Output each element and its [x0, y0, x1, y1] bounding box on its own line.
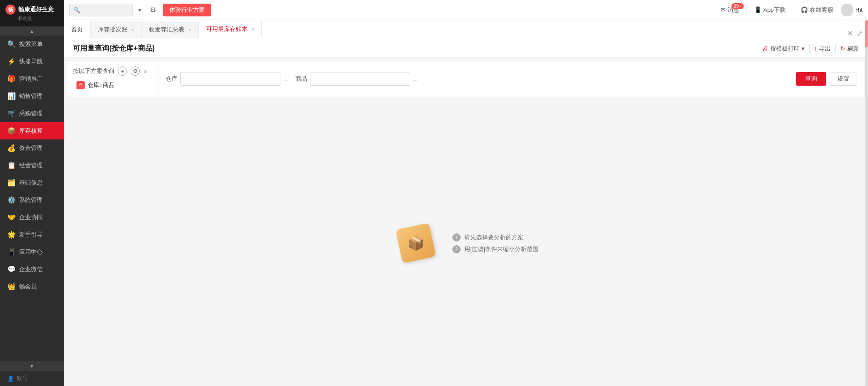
- tab-collect-summary[interactable]: 收发存汇总表 ×: [142, 21, 198, 38]
- topbar-user-btn[interactable]: Rit: [841, 4, 863, 16]
- tab-available-ledger-label: 可用量库存账本: [206, 25, 248, 33]
- empty-hint-2: 2 用[过滤]条件来缩小分析范围: [452, 245, 538, 253]
- brand-version: 标准版: [18, 15, 58, 22]
- newbie-icon: 🌟: [7, 231, 15, 239]
- hint-num-1: 1: [452, 233, 461, 242]
- tab-collect-summary-close[interactable]: ×: [188, 27, 191, 32]
- basic-icon: 🗂️: [7, 179, 15, 187]
- sidebar-footer-icon: 👤: [7, 376, 14, 382]
- tab-home-label: 首页: [71, 26, 83, 34]
- sidebar-item-shortcut[interactable]: ⚡ 快捷导航: [0, 53, 64, 70]
- topbar-right: ✉ 消息 99+ 📱 App下载 🎧 在线客服 Rit: [721, 4, 863, 16]
- scheme-label: 仓库+商品: [87, 81, 115, 89]
- app-icon: 📱: [754, 6, 761, 13]
- tab-expand-icon[interactable]: ⤢: [857, 29, 863, 38]
- tab-batch-ledger[interactable]: 库存批次账 ×: [91, 21, 142, 38]
- sidebar-item-shortcut-label: 快捷导航: [19, 57, 43, 66]
- sidebar-item-operations-label: 经营管理: [19, 161, 43, 170]
- sidebar-item-finance[interactable]: 💰 资金管理: [0, 139, 64, 157]
- topbar-dropdown[interactable]: ▾: [137, 6, 143, 14]
- filter-product-label: 商品: [295, 75, 307, 83]
- query-add-btn[interactable]: +: [118, 67, 127, 76]
- page-content: 可用量查询(按仓库+商品) 🖨 按模板打印 ▾ ↑ 导出 ↻ 刷新: [64, 38, 868, 386]
- topbar-service-btn[interactable]: 🎧 在线客服: [801, 6, 833, 14]
- topbar-search-icon: 🔍: [73, 7, 80, 13]
- tab-available-ledger[interactable]: 可用量库存账本 ×: [199, 21, 262, 38]
- filter-area: 仓库 ... 商品 ... 查询 设置: [158, 61, 864, 97]
- sidebar-item-inventory[interactable]: 📦 库存核算: [0, 122, 64, 139]
- hint-num-2: 2: [452, 245, 461, 253]
- query-scheme-warehouse-product[interactable]: 仓 仓库+商品: [73, 79, 152, 91]
- topbar-message-btn[interactable]: ✉ 消息 99+: [721, 6, 739, 14]
- hint-text-1: 请先选择要分析的方案: [464, 233, 523, 242]
- export-icon: ↑: [814, 45, 817, 52]
- print-dropdown-icon[interactable]: ▾: [802, 45, 805, 52]
- service-icon: 🎧: [801, 6, 808, 13]
- industry-btn[interactable]: 体验行业方案: [163, 4, 211, 16]
- filter-product-input[interactable]: [310, 72, 410, 86]
- sidebar-item-member-label: 畅会员: [19, 283, 37, 291]
- sidebar-item-sales[interactable]: 📊 销售管理: [0, 87, 64, 105]
- tab-batch-ledger-close[interactable]: ×: [131, 27, 134, 32]
- service-label: 在线客服: [810, 6, 833, 14]
- sidebar-scroll-up[interactable]: ▲: [0, 26, 64, 36]
- topbar-gear-icon[interactable]: ⚙: [147, 4, 159, 16]
- topbar-app-download-btn[interactable]: 📱 App下载: [754, 6, 786, 14]
- sidebar-item-operations[interactable]: 📋 经营管理: [0, 157, 64, 174]
- sidebar-item-system[interactable]: ⚙️ 系统管理: [0, 191, 64, 209]
- sidebar-item-purchase-label: 采购管理: [19, 109, 43, 118]
- operations-icon: 📋: [7, 161, 15, 170]
- right-scrollbar[interactable]: [865, 20, 868, 386]
- tab-available-ledger-close[interactable]: ×: [251, 26, 254, 32]
- sidebar-scroll-down[interactable]: ▼: [0, 361, 64, 371]
- sidebar-footer-label: 账号: [17, 375, 28, 382]
- finance-icon: 💰: [7, 144, 15, 152]
- filter-warehouse-more-btn[interactable]: ...: [283, 76, 288, 82]
- topbar-search-input[interactable]: [82, 7, 118, 13]
- purchase-icon: 🛒: [7, 109, 15, 118]
- page-title: 可用量查询(按仓库+商品): [73, 44, 155, 53]
- refresh-btn[interactable]: ↻ 刷新: [840, 45, 859, 53]
- sidebar-item-member[interactable]: 👑 畅会员: [0, 278, 64, 295]
- sidebar-item-search[interactable]: 🔍 搜索菜单: [0, 36, 64, 53]
- print-icon: 🖨: [762, 45, 768, 52]
- sidebar-item-basic[interactable]: 🗂️ 基础信息: [0, 174, 64, 191]
- sidebar-item-marketing[interactable]: 🎁 营销推广: [0, 70, 64, 87]
- empty-state-inner: 📦 1 请先选择要分析的方案 2 用[过滤]条件来缩小分析范围: [393, 221, 538, 266]
- filter-setting-btn[interactable]: 设置: [830, 72, 857, 86]
- sidebar-item-newbie-label: 新手引导: [19, 231, 43, 239]
- refresh-label: 刷新: [847, 45, 859, 53]
- user-name: Rit: [855, 6, 863, 13]
- query-settings-btn[interactable]: ⚙: [131, 67, 140, 76]
- sidebar-item-inventory-label: 库存核算: [19, 127, 43, 135]
- filter-warehouse-input[interactable]: [180, 72, 280, 86]
- query-submit-btn[interactable]: 查询: [796, 72, 826, 86]
- query-scheme-panel: 按以下方案查询 + ⚙ « 仓 仓库+商品: [67, 61, 158, 97]
- topbar-search-box[interactable]: 🔍: [69, 4, 133, 16]
- sidebar-item-enterprise[interactable]: 🤝 企业协同: [0, 209, 64, 226]
- tab-home[interactable]: 首页: [64, 21, 91, 38]
- sidebar-item-appcenter[interactable]: 📱 应用中心: [0, 243, 64, 261]
- sidebar: 畅 畅康通好生意 标准版 ▲ 🔍 搜索菜单 ⚡ 快捷导航 🎁 营销推广 📊 销售…: [0, 0, 64, 386]
- sidebar-item-newbie[interactable]: 🌟 新手引导: [0, 226, 64, 243]
- brand-logo: 畅 畅康通好生意: [5, 5, 58, 15]
- export-label: 导出: [819, 45, 831, 53]
- sidebar-footer[interactable]: 👤 账号: [0, 371, 64, 386]
- print-btn[interactable]: 🖨 按模板打印 ▾: [762, 45, 805, 53]
- tab-close-all-icon[interactable]: ✕: [847, 29, 853, 38]
- appcenter-icon: 📱: [7, 248, 15, 256]
- export-btn[interactable]: ↑ 导出: [814, 45, 831, 53]
- main-area: 🔍 ▾ ⚙ 体验行业方案 ✉ 消息 99+ 📱 App下载 🎧 在线客服: [64, 0, 868, 386]
- filter-product-more-btn[interactable]: ...: [413, 76, 418, 82]
- query-label: 按以下方案查询: [73, 67, 114, 75]
- query-collapse-btn[interactable]: «: [143, 67, 147, 75]
- sidebar-item-finance-label: 资金管理: [19, 144, 43, 152]
- message-badge: 99+: [731, 3, 744, 9]
- brand-icon: 畅: [5, 5, 15, 15]
- sidebar-item-wechat-label: 企业微信: [19, 265, 43, 273]
- sidebar-item-search-label: 搜索菜单: [19, 40, 43, 48]
- system-icon: ⚙️: [7, 196, 15, 204]
- sidebar-item-purchase[interactable]: 🛒 采购管理: [0, 105, 64, 122]
- avatar: [841, 4, 853, 16]
- sidebar-item-wechat[interactable]: 💬 企业微信: [0, 261, 64, 278]
